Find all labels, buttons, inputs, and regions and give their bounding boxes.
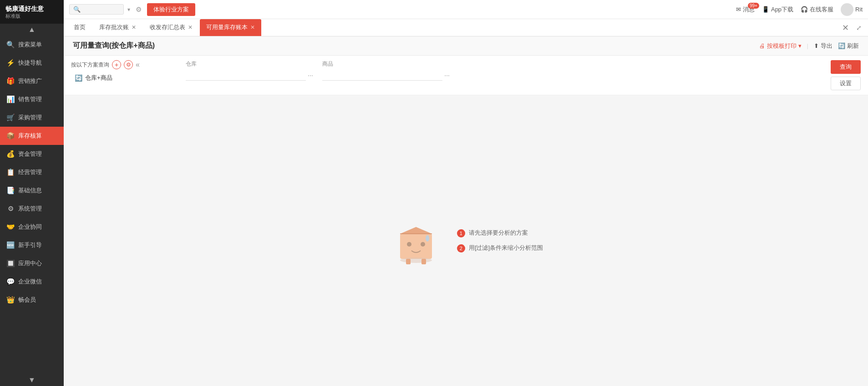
separator: | bbox=[807, 42, 808, 49]
sidebar-label-ops-mgmt: 经营管理 bbox=[18, 168, 42, 176]
warehouse-more-icon[interactable]: ··· bbox=[308, 72, 313, 79]
message-icon: ✉ bbox=[736, 6, 741, 13]
query-btn[interactable]: 查询 bbox=[831, 60, 861, 74]
product-field: 商品 ··· bbox=[322, 60, 450, 81]
logo-sub: 标准版 bbox=[5, 13, 58, 19]
sidebar-item-new-guide[interactable]: 🆕 新手引导 bbox=[0, 236, 64, 254]
sidebar-label-sys-mgmt: 系统管理 bbox=[18, 205, 42, 213]
search-icon: 🔍 bbox=[73, 6, 81, 13]
sidebar-item-search-menu[interactable]: 🔍 搜索菜单 bbox=[0, 36, 64, 54]
tab-close-receipts-summary[interactable]: ✕ bbox=[188, 24, 193, 31]
sidebar-item-member[interactable]: 👑 畅会员 bbox=[0, 291, 64, 309]
svg-point-3 bbox=[407, 242, 411, 247]
scheme-item-warehouse-product[interactable]: 🔄 仓库+商品 bbox=[71, 72, 180, 84]
collapse-btn[interactable]: « bbox=[136, 61, 140, 69]
tab-home[interactable]: 首页 bbox=[67, 19, 92, 36]
search-input[interactable] bbox=[82, 6, 119, 13]
sidebar-label-enterprise: 企业协同 bbox=[18, 223, 42, 231]
sidebar-item-enterprise[interactable]: 🤝 企业协同 bbox=[0, 218, 64, 236]
export-btn[interactable]: ⬆ 导出 bbox=[814, 42, 832, 50]
sidebar-label-inventory: 库存核算 bbox=[18, 132, 42, 140]
enterprise-icon: 🤝 bbox=[6, 223, 15, 231]
sidebar-label-sales-mgmt: 销售管理 bbox=[18, 95, 42, 103]
messages-btn[interactable]: ✉ 消息 99+ bbox=[736, 5, 755, 14]
chevron-down-icon: ▾ bbox=[798, 42, 802, 49]
sidebar-label-quick-nav: 快捷导航 bbox=[18, 59, 42, 67]
svg-marker-1 bbox=[400, 227, 432, 234]
user-avatar[interactable]: Rit bbox=[841, 3, 863, 16]
sidebar-item-enterprise-wx[interactable]: 💬 企业微信 bbox=[0, 273, 64, 291]
sidebar-scroll-down[interactable]: ▼ bbox=[0, 374, 64, 386]
tab-available-ledger[interactable]: 可用量库存账本 ✕ bbox=[200, 19, 261, 36]
logo: 畅康通好生意 标准版 bbox=[0, 0, 64, 24]
username: Rit bbox=[855, 6, 863, 13]
sidebar-item-ops-mgmt[interactable]: 📋 经营管理 bbox=[0, 163, 64, 181]
search-menu-icon: 🔍 bbox=[6, 41, 15, 49]
settings-scheme-btn[interactable]: ⚙ bbox=[124, 60, 133, 69]
refresh-btn[interactable]: 🔄 刷新 bbox=[838, 42, 859, 50]
settings-btn[interactable]: 设置 bbox=[831, 77, 861, 90]
app-center-icon: 🔲 bbox=[6, 259, 15, 268]
page-header: 可用量查询(按仓库+商品) 🖨 按模板打印 ▾ | ⬆ 导出 🔄 刷新 bbox=[64, 36, 868, 56]
chevron-down-icon[interactable]: ▾ bbox=[127, 6, 130, 13]
tab-close-all-btn[interactable]: ✕ bbox=[839, 21, 852, 35]
template-print-btn[interactable]: 🖨 按模板打印 ▾ bbox=[759, 42, 802, 50]
content-area: 可用量查询(按仓库+商品) 🖨 按模板打印 ▾ | ⬆ 导出 🔄 刷新 bbox=[64, 36, 868, 386]
tip-item-2: 2 用[过滤]条件来缩小分析范围 bbox=[457, 244, 543, 252]
sidebar-label-new-guide: 新手引导 bbox=[18, 241, 42, 249]
search-box[interactable]: 🔍 bbox=[69, 4, 124, 15]
product-input[interactable] bbox=[322, 70, 442, 81]
sidebar-scroll-up[interactable]: ▲ bbox=[0, 24, 64, 36]
tab-batch-ledger[interactable]: 库存批次账 ✕ bbox=[93, 19, 142, 36]
tip-text-1: 请先选择要分析的方案 bbox=[469, 229, 528, 237]
refresh-icon: 🔄 bbox=[838, 42, 845, 49]
sidebar-item-basic-info[interactable]: 📑 基础信息 bbox=[0, 181, 64, 200]
tip-item-1: 1 请先选择要分析的方案 bbox=[457, 229, 543, 237]
filter-actions: 查询 设置 bbox=[831, 60, 861, 90]
sidebar-item-inventory[interactable]: 📦 库存核算 bbox=[0, 127, 64, 145]
tab-label-available-ledger: 可用量库存账本 bbox=[206, 23, 248, 31]
sidebar-item-purchase-mgmt[interactable]: 🛒 采购管理 bbox=[0, 108, 64, 127]
export-icon: ⬆ bbox=[814, 42, 819, 49]
logo-main: 畅康通好生意 bbox=[5, 5, 58, 13]
warehouse-input[interactable] bbox=[186, 70, 306, 81]
sidebar-item-app-center[interactable]: 🔲 应用中心 bbox=[0, 254, 64, 273]
sidebar-label-app-center: 应用中心 bbox=[18, 259, 42, 268]
ops-mgmt-icon: 📋 bbox=[6, 168, 15, 176]
add-scheme-btn[interactable]: + bbox=[112, 60, 121, 69]
topbar-right: ✉ 消息 99+ 📱 App下载 🎧 在线客服 Rit bbox=[736, 3, 863, 16]
gear-icon[interactable]: ⚙ bbox=[134, 4, 143, 15]
filter-area: 按以下方案查询 + ⚙ « 🔄 仓库+商品 仓库 ··· bbox=[64, 56, 868, 95]
tab-close-available-ledger[interactable]: ✕ bbox=[250, 24, 255, 31]
sidebar-item-quick-nav[interactable]: ⚡ 快捷导航 bbox=[0, 54, 64, 72]
sys-mgmt-icon: ⚙ bbox=[6, 205, 15, 213]
sidebar-label-purchase-mgmt: 采购管理 bbox=[18, 113, 42, 122]
sidebar-label-search-menu: 搜索菜单 bbox=[18, 41, 42, 49]
topbar: 🔍 ▾ ⚙ 体验行业方案 ✉ 消息 99+ 📱 App下载 🎧 在线客服 Rit bbox=[64, 0, 868, 19]
sidebar-label-finance: 资金管理 bbox=[18, 150, 42, 158]
svg-point-6 bbox=[400, 257, 432, 263]
sidebar-item-sales-mgmt[interactable]: 📊 销售管理 bbox=[0, 90, 64, 108]
industry-btn[interactable]: 体验行业方案 bbox=[147, 3, 195, 16]
sidebar-item-finance[interactable]: 💰 资金管理 bbox=[0, 145, 64, 163]
phone-icon: 📱 bbox=[762, 6, 769, 13]
tip-num-1: 1 bbox=[457, 229, 465, 237]
scheme-label-text: 仓库+商品 bbox=[85, 74, 112, 82]
page-header-actions: 🖨 按模板打印 ▾ | ⬆ 导出 🔄 刷新 bbox=[759, 42, 859, 50]
quick-nav-icon: ⚡ bbox=[6, 59, 15, 67]
tab-close-batch-ledger[interactable]: ✕ bbox=[132, 24, 136, 31]
marketing-icon: 🎁 bbox=[6, 77, 15, 85]
online-service-btn[interactable]: 🎧 在线客服 bbox=[801, 5, 833, 14]
filter-fields: 仓库 ··· 商品 ··· bbox=[186, 60, 825, 81]
product-more-icon[interactable]: ··· bbox=[444, 72, 450, 79]
sales-mgmt-icon: 📊 bbox=[6, 95, 15, 103]
tabbar: 首页库存批次账 ✕收发存汇总表 ✕可用量库存账本 ✕ ✕ ⤢ bbox=[64, 19, 868, 36]
app-download-btn[interactable]: 📱 App下载 bbox=[762, 5, 793, 14]
tip-text-2: 用[过滤]条件来缩小分析范围 bbox=[469, 244, 543, 252]
tab-expand-btn[interactable]: ⤢ bbox=[853, 22, 864, 33]
sidebar-item-sys-mgmt[interactable]: ⚙ 系统管理 bbox=[0, 200, 64, 218]
filter-label-row: 按以下方案查询 + ⚙ « bbox=[71, 60, 180, 69]
tab-receipts-summary[interactable]: 收发存汇总表 ✕ bbox=[143, 19, 199, 36]
sidebar-item-marketing[interactable]: 🎁 营销推广 bbox=[0, 72, 64, 90]
tab-label-home: 首页 bbox=[74, 23, 86, 31]
